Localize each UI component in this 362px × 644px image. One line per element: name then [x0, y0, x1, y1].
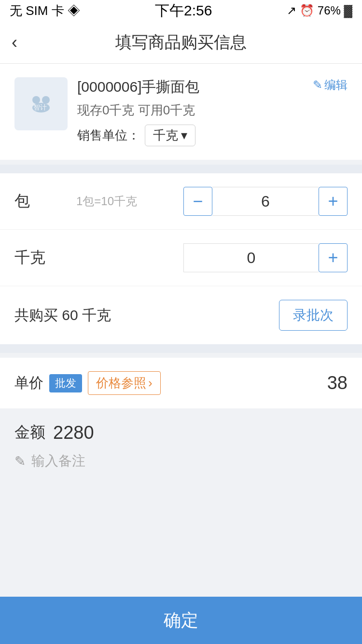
unit-label: 销售单位： [77, 127, 140, 144]
edit-button[interactable]: ✎ 编辑 [313, 77, 348, 93]
record-batch-button[interactable]: 录批次 [279, 300, 348, 331]
svg-text:智计: 智计 [33, 103, 47, 111]
amount-value: 2280 [53, 422, 94, 443]
bag-label: 包 [14, 191, 72, 212]
status-icons: ↗ ⏰ 76% ▓ [287, 4, 352, 17]
price-reference-button[interactable]: 价格参照 › [88, 371, 161, 395]
confirm-button[interactable]: 确定 [0, 597, 362, 644]
product-name: [0000006]手撕面包 [77, 77, 199, 97]
svg-point-0 [32, 96, 40, 104]
product-info: [0000006]手撕面包 ✎ 编辑 现存0千克 可用0千克 销售单位： 千克 … [77, 77, 348, 146]
bag-quantity-input[interactable] [212, 187, 319, 216]
status-bar: 无 SIM 卡 ◈ 下午2:56 ↗ ⏰ 76% ▓ [0, 0, 362, 21]
edit-icon: ✎ [313, 78, 322, 92]
bag-hint: 1包=10千克 [76, 194, 137, 209]
status-time: 下午2:56 [155, 1, 212, 21]
product-image-icon: 智计 [27, 89, 56, 118]
price-section: 单价 批发 价格参照 › 38 [0, 358, 362, 408]
kg-label: 千克 [14, 247, 72, 268]
product-stock: 现存0千克 可用0千克 [77, 102, 348, 119]
kg-plus-button[interactable]: + [319, 243, 348, 272]
svg-point-1 [42, 96, 50, 104]
dropdown-icon: ▾ [181, 128, 187, 143]
kg-quantity-input[interactable] [183, 243, 319, 272]
price-label: 单价 [14, 373, 43, 393]
unit-dropdown[interactable]: 千克 ▾ [145, 125, 195, 146]
bag-input-group: − + [183, 187, 348, 216]
price-label-row: 单价 批发 价格参照 › [14, 371, 161, 395]
bag-plus-button[interactable]: + [319, 187, 348, 216]
amount-row: 金额 2280 [14, 422, 348, 443]
bag-row: 包 1包=10千克 − + [0, 173, 362, 230]
product-unit-row: 销售单位： 千克 ▾ [77, 125, 348, 146]
note-row[interactable]: ✎ 输入备注 [14, 452, 348, 484]
total-text: 共购买 60 千克 [14, 306, 111, 325]
page-title: 填写商品购买信息 [115, 31, 247, 54]
status-carrier: 无 SIM 卡 ◈ [10, 2, 80, 19]
bag-minus-button[interactable]: − [183, 187, 212, 216]
confirm-label: 确定 [164, 609, 198, 632]
back-button[interactable]: ‹ [12, 32, 17, 53]
section-divider-1 [0, 165, 362, 173]
amount-label: 金额 [14, 422, 45, 443]
section-divider-2 [0, 344, 362, 353]
amount-section: 金额 2280 ✎ 输入备注 [0, 408, 362, 484]
note-placeholder[interactable]: 输入备注 [31, 452, 85, 470]
chevron-right-icon: › [148, 376, 153, 391]
form-section: 包 1包=10千克 − + 千克 + [0, 173, 362, 286]
nav-bar: ‹ 填写商品购买信息 [0, 21, 362, 64]
product-thumbnail: 智计 [14, 77, 68, 130]
kg-row: 千克 + [0, 230, 362, 286]
total-row: 共购买 60 千克 录批次 [0, 286, 362, 344]
product-section: 智计 [0000006]手撕面包 ✎ 编辑 现存0千克 可用0千克 销售单位： … [0, 64, 362, 160]
price-value: 38 [327, 373, 348, 393]
price-tag: 批发 [49, 374, 82, 392]
kg-input-group: + [183, 243, 348, 272]
pencil-icon: ✎ [14, 453, 26, 469]
